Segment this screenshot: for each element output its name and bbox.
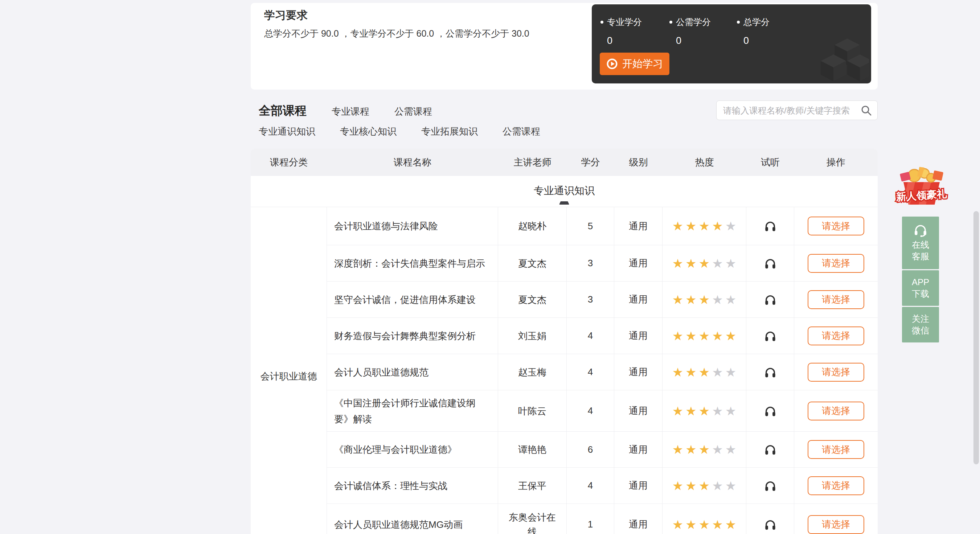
star-icon: ★ bbox=[672, 292, 683, 307]
search-input[interactable] bbox=[722, 101, 854, 121]
star-icon: ★ bbox=[725, 404, 736, 418]
course-name-cell: 深度剖析：会计失信典型案件与启示 bbox=[327, 245, 498, 281]
star-icon: ★ bbox=[712, 365, 723, 380]
level-cell: 通用 bbox=[614, 354, 662, 390]
star-icon: ★ bbox=[725, 292, 736, 307]
teacher-cell: 夏文杰 bbox=[498, 281, 567, 318]
star-icon: ★ bbox=[672, 256, 683, 271]
sub-tab-0[interactable]: 专业通识知识 bbox=[259, 125, 315, 138]
headphone-icon bbox=[764, 366, 776, 378]
credits-cell: 1 bbox=[567, 504, 614, 534]
select-course-button[interactable]: 请选择 bbox=[808, 363, 864, 381]
star-icon: ★ bbox=[699, 292, 710, 307]
table-row: 坚守会计诚信，促进信用体系建设夏文杰3通用★★★★★请选择 bbox=[327, 281, 878, 318]
header-cell-2: 主讲老师 bbox=[498, 156, 567, 169]
floating-sidebar: 在线 客服APP 下载关注 微信 bbox=[902, 216, 939, 342]
star-icon: ★ bbox=[712, 292, 723, 307]
level-cell: 通用 bbox=[614, 207, 662, 245]
course-table-body: 会计职业道德 会计职业道德与法律风险赵晓朴5通用★★★★★请选择深度剖析：会计失… bbox=[251, 207, 878, 534]
select-course-button[interactable]: 请选择 bbox=[808, 216, 864, 235]
app-download-button[interactable]: APP 下载 bbox=[902, 270, 939, 306]
course-sub-tabs: 专业通识知识专业核心知识专业拓展知识公需课程 bbox=[259, 125, 540, 138]
headphone-icon bbox=[764, 330, 776, 342]
headphone-icon bbox=[764, 480, 776, 492]
level-cell: 通用 bbox=[614, 467, 662, 504]
teacher-cell: 赵晓朴 bbox=[498, 207, 567, 245]
credits-cell: 4 bbox=[567, 390, 614, 431]
audition-cell[interactable] bbox=[746, 390, 794, 431]
sidebar-button-label: 关注 微信 bbox=[912, 313, 929, 336]
select-course-button[interactable]: 请选择 bbox=[808, 326, 864, 345]
action-cell: 请选择 bbox=[794, 281, 878, 318]
audition-cell[interactable] bbox=[746, 207, 794, 245]
star-icon: ★ bbox=[725, 517, 736, 532]
star-icon: ★ bbox=[712, 329, 723, 343]
star-icon: ★ bbox=[725, 365, 736, 380]
stat-label: 公需学分 bbox=[676, 16, 711, 28]
teacher-cell: 叶陈云 bbox=[498, 390, 567, 431]
course-table-header: 课程分类课程名称主讲老师学分级别热度试听操作 bbox=[251, 149, 878, 176]
sub-tab-1[interactable]: 专业核心知识 bbox=[340, 125, 396, 138]
stat-public-credits: 公需学分 0 bbox=[670, 16, 711, 46]
select-course-button[interactable]: 请选择 bbox=[808, 290, 864, 309]
table-row: 会计人员职业道德规范MG动画东奥会计在线1通用★★★★★请选择 bbox=[327, 504, 878, 534]
star-icon: ★ bbox=[672, 478, 683, 493]
table-row: 深度剖析：会计失信典型案件与启示夏文杰3通用★★★★★请选择 bbox=[327, 245, 878, 281]
audition-cell[interactable] bbox=[746, 467, 794, 504]
audition-cell[interactable] bbox=[746, 354, 794, 390]
level-cell: 通用 bbox=[614, 245, 662, 281]
main-tab-2[interactable]: 公需课程 bbox=[395, 105, 432, 118]
vertical-scrollbar-thumb[interactable] bbox=[974, 211, 979, 464]
online-service-button[interactable]: 在线 客服 bbox=[902, 216, 939, 269]
headphone-icon bbox=[764, 443, 776, 456]
main-tab-0[interactable]: 全部课程 bbox=[259, 103, 307, 119]
sub-tab-3[interactable]: 公需课程 bbox=[503, 125, 540, 138]
select-course-button[interactable]: 请选择 bbox=[808, 440, 864, 459]
audition-cell[interactable] bbox=[746, 281, 794, 318]
audition-cell[interactable] bbox=[746, 432, 794, 467]
newcomer-gift-badge[interactable]: 新人领豪礼 bbox=[892, 164, 951, 208]
rating-cell: ★★★★★ bbox=[662, 467, 746, 504]
action-cell: 请选择 bbox=[794, 504, 878, 534]
star-icon: ★ bbox=[699, 256, 710, 271]
main-tab-1[interactable]: 专业课程 bbox=[332, 105, 369, 118]
star-icon: ★ bbox=[699, 478, 710, 493]
course-name-cell: 财务造假与会计舞弊典型案例分析 bbox=[327, 318, 498, 354]
course-main-tabs: 全部课程专业课程公需课程 bbox=[259, 103, 432, 119]
star-icon: ★ bbox=[686, 329, 696, 343]
bullet-dot bbox=[600, 21, 603, 24]
section-row: 专业通识知识 bbox=[251, 176, 878, 207]
headphone-icon bbox=[764, 518, 776, 531]
course-rows: 会计职业道德与法律风险赵晓朴5通用★★★★★请选择深度剖析：会计失信典型案件与启… bbox=[327, 207, 878, 534]
search-icon[interactable] bbox=[861, 105, 872, 116]
star-icon: ★ bbox=[686, 219, 696, 233]
rating-cell: ★★★★★ bbox=[662, 207, 746, 245]
audition-cell[interactable] bbox=[746, 245, 794, 281]
rating-cell: ★★★★★ bbox=[662, 354, 746, 390]
star-icon: ★ bbox=[686, 292, 696, 307]
star-icon: ★ bbox=[725, 329, 736, 343]
follow-wechat-button[interactable]: 关注 微信 bbox=[902, 307, 939, 342]
select-course-button[interactable]: 请选择 bbox=[808, 476, 864, 495]
course-name-cell: 坚守会计诚信，促进信用体系建设 bbox=[327, 281, 498, 318]
star-icon: ★ bbox=[699, 219, 710, 233]
select-course-button[interactable]: 请选择 bbox=[808, 402, 864, 420]
level-cell: 通用 bbox=[614, 390, 662, 431]
star-icon: ★ bbox=[725, 478, 736, 493]
start-learning-label: 开始学习 bbox=[622, 57, 663, 71]
select-course-button[interactable]: 请选择 bbox=[808, 515, 864, 534]
select-course-button[interactable]: 请选择 bbox=[808, 254, 864, 273]
star-icon: ★ bbox=[699, 404, 710, 418]
course-name-cell: 《中国注册会计师行业诚信建设纲要》解读 bbox=[327, 390, 498, 431]
start-learning-button[interactable]: 开始学习 bbox=[600, 52, 670, 75]
audition-cell[interactable] bbox=[746, 318, 794, 354]
bullet-dot bbox=[670, 21, 672, 24]
stat-value: 0 bbox=[670, 35, 711, 46]
sidebar-button-label: 在线 客服 bbox=[912, 239, 929, 262]
header-cell-0: 课程分类 bbox=[251, 156, 327, 169]
stat-value: 0 bbox=[737, 35, 770, 46]
header-cell-1: 课程名称 bbox=[327, 156, 498, 169]
course-name-cell: 会计职业道德与法律风险 bbox=[327, 207, 498, 245]
audition-cell[interactable] bbox=[746, 504, 794, 534]
sub-tab-2[interactable]: 专业拓展知识 bbox=[421, 125, 478, 138]
